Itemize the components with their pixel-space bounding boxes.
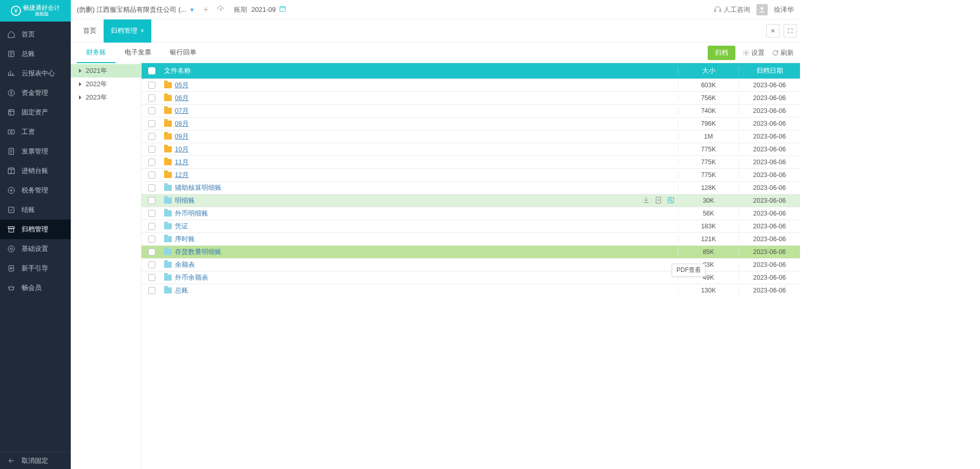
row-checkbox[interactable] xyxy=(148,197,155,204)
row-checkbox[interactable] xyxy=(148,248,155,256)
file-name-link[interactable]: 外币明细账 xyxy=(175,209,208,218)
nav-label: 固定资产 xyxy=(22,108,48,117)
row-checkbox[interactable] xyxy=(148,210,155,217)
row-checkbox[interactable] xyxy=(148,159,155,166)
table-row[interactable]: 存货数量明细账85K2023-06-06 xyxy=(142,245,800,258)
nav-item-ledger[interactable]: 总账 xyxy=(0,44,71,64)
row-checkbox[interactable] xyxy=(148,133,155,140)
table-row[interactable]: 06月756K2023-06-06 xyxy=(142,91,800,104)
nav-item-close[interactable]: 结账 xyxy=(0,200,71,220)
download-icon[interactable] xyxy=(642,196,650,206)
file-name-link[interactable]: 06月 xyxy=(175,94,189,103)
company-settings-button[interactable] xyxy=(217,6,225,13)
caret-icon xyxy=(79,95,82,100)
refresh-button[interactable]: 刷新 xyxy=(772,48,794,57)
archive-button[interactable]: 归档 xyxy=(708,46,735,60)
tree-item-2022[interactable]: 2022年 xyxy=(71,77,141,91)
file-name-link[interactable]: 10月 xyxy=(175,145,189,154)
nav-item-setting[interactable]: 基础设置 xyxy=(0,239,71,259)
calendar-icon[interactable] xyxy=(279,5,286,14)
tab-archive[interactable]: 归档管理 × xyxy=(104,19,151,43)
table-row[interactable]: 外币明细账56K2023-06-06 xyxy=(142,207,800,220)
row-checkbox[interactable] xyxy=(148,120,155,127)
home-icon xyxy=(7,30,15,38)
file-name-link[interactable]: 08月 xyxy=(175,120,189,128)
brand: ¥ 畅捷通好会计 旗舰版 xyxy=(0,0,71,22)
table-row[interactable]: 辅助核算明细账128K2023-06-06 xyxy=(142,181,800,194)
support-button[interactable]: 人工咨询 xyxy=(714,5,750,14)
table-row[interactable]: 08月796K2023-06-06 xyxy=(142,117,800,130)
add-company-button[interactable] xyxy=(202,6,210,13)
export-icon[interactable] xyxy=(654,196,663,206)
subtab-finance[interactable]: 财务账 xyxy=(77,43,115,63)
folder-icon xyxy=(164,95,172,101)
table-row[interactable]: 明细账30K2023-06-06 xyxy=(142,194,800,207)
nav-item-vip[interactable]: 畅会员 xyxy=(0,278,71,298)
company-selector[interactable]: (勿删) 江西服宝精品有限责任公司 (... ▼ xyxy=(77,5,195,14)
file-name-link[interactable]: 09月 xyxy=(175,132,189,141)
table-row[interactable]: 07月740K2023-06-06 xyxy=(142,104,800,117)
file-name-link[interactable]: 总账 xyxy=(175,286,188,295)
close-all-button[interactable]: × xyxy=(766,24,779,37)
subtab-einvoice[interactable]: 电子发票 xyxy=(115,43,161,63)
file-name-link[interactable]: 明细账 xyxy=(175,197,195,205)
nav-item-archive[interactable]: 归档管理 xyxy=(0,220,71,239)
pdf-view-icon[interactable] xyxy=(667,196,675,206)
select-all-checkbox[interactable] xyxy=(148,67,155,74)
avatar[interactable] xyxy=(756,4,768,15)
file-name-link[interactable]: 11月 xyxy=(175,158,189,167)
file-name-link[interactable]: 余额表 xyxy=(175,261,195,269)
tree-item-2023[interactable]: 2023年 xyxy=(71,91,141,104)
file-name-link[interactable]: 05月 xyxy=(175,81,189,90)
row-checkbox[interactable] xyxy=(148,287,155,294)
period-value[interactable]: 2021-09 xyxy=(251,6,276,13)
file-name-link[interactable]: 辅助核算明细账 xyxy=(175,184,222,192)
table-row[interactable]: 11月775K2023-06-06 xyxy=(142,155,800,168)
row-checkbox[interactable] xyxy=(148,107,155,114)
nav-item-invoice[interactable]: 发票管理 xyxy=(0,142,71,161)
file-name-link[interactable]: 12月 xyxy=(175,171,189,180)
tab-home[interactable]: 首页 xyxy=(76,19,104,43)
nav-item-guide[interactable]: 新手引导 xyxy=(0,259,71,278)
row-checkbox[interactable] xyxy=(148,274,155,281)
fullscreen-button[interactable] xyxy=(784,24,797,37)
table-row[interactable]: 10月775K2023-06-06 xyxy=(142,143,800,155)
close-icon[interactable]: × xyxy=(141,27,144,34)
nav-label: 首页 xyxy=(22,30,35,39)
nav-item-report[interactable]: 云报表中心 xyxy=(0,64,71,83)
row-checkbox[interactable] xyxy=(148,184,155,191)
nav-item-home[interactable]: 首页 xyxy=(0,25,71,44)
user-name[interactable]: 徐泽华 xyxy=(774,5,794,14)
table-row[interactable]: 12月775K2023-06-06 xyxy=(142,168,800,181)
row-checkbox[interactable] xyxy=(148,223,155,230)
nav-item-fund[interactable]: 资金管理 xyxy=(0,83,71,103)
file-name-link[interactable]: 外币余额表 xyxy=(175,273,208,282)
pin-toggle[interactable]: 取消固定 xyxy=(0,452,71,469)
file-name-link[interactable]: 存货数量明细账 xyxy=(175,248,222,257)
table-row[interactable]: 总账130K2023-06-06 xyxy=(142,284,800,297)
subtab-bank[interactable]: 银行回单 xyxy=(161,43,206,63)
settings-button[interactable]: 设置 xyxy=(743,48,765,57)
file-name-link[interactable]: 07月 xyxy=(175,107,189,115)
table-row[interactable]: 09月1M2023-06-06 xyxy=(142,130,800,143)
nav-item-tax[interactable]: 税务管理 xyxy=(0,181,71,200)
row-checkbox[interactable] xyxy=(148,261,155,268)
table-row[interactable]: 序时账121K2023-06-06 xyxy=(142,232,800,245)
archive-date: 2023-06-06 xyxy=(738,248,800,256)
nav-item-salary[interactable]: 工资 xyxy=(0,122,71,142)
nav-item-asset[interactable]: 固定资产 xyxy=(0,103,71,122)
invoice-icon xyxy=(7,147,15,155)
nav-item-jxc[interactable]: 进销台账 xyxy=(0,161,71,181)
table-row[interactable]: 05月603K2023-06-06 xyxy=(142,79,800,91)
table-row[interactable]: 凭证183K2023-06-06 xyxy=(142,220,800,232)
file-size: 775K xyxy=(678,159,738,166)
row-checkbox[interactable] xyxy=(148,94,155,102)
file-name-link[interactable]: 凭证 xyxy=(175,222,188,231)
archive-date: 2023-06-06 xyxy=(738,184,800,191)
row-checkbox[interactable] xyxy=(148,82,155,89)
row-checkbox[interactable] xyxy=(148,171,155,179)
row-checkbox[interactable] xyxy=(148,146,155,153)
tree-item-2021[interactable]: 2021年 xyxy=(71,64,141,77)
row-checkbox[interactable] xyxy=(148,236,155,243)
file-name-link[interactable]: 序时账 xyxy=(175,235,195,244)
